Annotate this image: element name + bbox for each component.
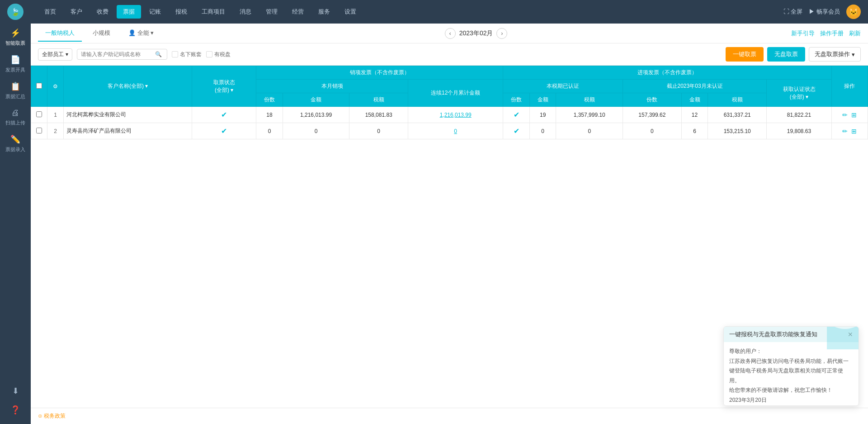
nav-manage[interactable]: 管理 [259,5,284,19]
edit-icon[interactable]: ✏ [842,128,848,135]
edit-icon[interactable]: ✏ [842,111,848,119]
nav-operation[interactable]: 经营 [286,5,310,19]
row-customer: 灵寿县尚泽矿产品有限公司 [64,123,192,139]
sidebar-bottom: ⬇ ❓ [0,382,31,424]
row-sales-amount: 1,216,013.99 [283,107,349,123]
row-until-amount: 153,215.10 [708,123,767,139]
row-checkbox-1[interactable] [36,128,42,133]
manual-button[interactable]: 操作手册 [820,29,844,38]
row-sales-count: 0 [256,123,283,139]
row-fetch-status: ✔ [192,107,256,123]
tax-policy-link[interactable]: ⊙ 税务政策 [38,412,66,420]
row-sales-12m: 0 [408,123,503,139]
row-checkbox-0[interactable] [36,111,42,117]
sidebar-help[interactable]: ❓ [0,401,31,419]
lightning-icon: ⚡ [10,28,20,38]
table-row: 2 灵寿县尚泽矿产品有限公司 ✔ 0 0 0 0 ✔ 0 0 0 6 153,2… [31,123,868,139]
tax-disk-checkbox[interactable]: 有税盘 [206,51,231,58]
sidebar-logo[interactable]: 🍃 [0,0,31,24]
filter-icon[interactable]: ▾ [231,87,233,93]
fullscreen-button[interactable]: ⛶ 全屏 [783,8,803,16]
sidebar: 🍃 ⚡ 智能取票 📄 发票开具 📋 票据汇总 🖨 扫描上传 ✏️ 票据录入 ⬇ … [0,0,31,424]
settings-icon[interactable]: ⚙ [53,83,58,90]
account-checkbox[interactable]: 名下账套 [172,51,202,58]
row-sales-tax: 0 [349,123,408,139]
month-nav: ‹ 2023年02月 › [445,28,508,39]
refresh-button[interactable]: 刷新 [849,29,861,38]
nav-settings[interactable]: 设置 [338,5,363,19]
sidebar-download[interactable]: ⬇ [0,382,31,400]
nav-bookkeeping[interactable]: 记账 [143,5,167,19]
filter-icon[interactable]: ▾ [145,83,148,89]
nav-customer[interactable]: 客户 [64,5,89,19]
tab-general[interactable]: 一般纳税人 [38,25,82,42]
chevron-down-icon: ▾ [66,51,68,57]
user-avatar[interactable]: 🐱 [846,5,861,19]
row-input-tax: 157,399.62 [623,107,682,123]
checkbox-box-tax[interactable] [206,51,212,57]
sales-12m-link[interactable]: 1,216,013.99 [440,112,472,118]
row-cert-status: ✔ [503,123,530,139]
nav-message[interactable]: 消息 [233,5,258,19]
copy-icon[interactable]: ⊞ [851,111,857,119]
sidebar-item-invoice-summary[interactable]: 📋 票据汇总 [0,77,31,104]
row-input-amount: 0 [556,123,623,139]
nav-service[interactable]: 服务 [312,5,336,19]
one-key-fetch-button[interactable]: 一键取票 [726,47,764,62]
sidebar-item-smart-fetch[interactable]: ⚡ 智能取票 [0,24,31,50]
row-until-tax: 19,808.63 [767,123,832,139]
sales-12m-link[interactable]: 0 [454,128,457,134]
th-fetch-status: 取票状态(全部) ▾ [192,66,256,107]
row-sales-count: 18 [256,107,283,123]
printer-icon: 🖨 [11,108,19,118]
svg-text:🍃: 🍃 [11,7,20,17]
th-input-count: 份数 [503,93,530,107]
tabs-bar: 一般纳税人 小规模 👤 全能 ▾ ‹ 2023年02月 › 新手引导 操作手册 … [31,24,868,43]
th-until-amount: 金额 [681,93,708,107]
search-input[interactable] [81,51,153,57]
sidebar-item-scan-upload[interactable]: 🖨 扫描上传 [0,104,31,130]
chevron-down-icon: ▾ [852,51,855,58]
th-sales-count: 份数 [256,93,283,107]
row-fetch-status: ✔ [192,123,256,139]
document-icon: 📄 [10,55,20,65]
tab-all[interactable]: 👤 全能 ▾ [121,25,161,42]
filter-buttons: 一键取票 无盘取票 无盘取票操作 ▾ [726,47,861,62]
nav-tax[interactable]: 报税 [169,5,193,19]
th-cert-status: 获取认证状态(全部) ▾ [767,80,832,107]
th-sales-tax: 税额 [349,93,408,107]
nav-invoice[interactable]: 票据 [117,5,141,19]
nav-home[interactable]: 首页 [38,5,62,19]
checkbox-box-account[interactable] [172,51,178,57]
popup-header: 一键报税与无盘取票功能恢复通知 ✕ [724,327,859,342]
prev-month-button[interactable]: ‹ [445,28,456,39]
nav-receipts[interactable]: 收费 [90,5,115,19]
row-input-count: 0 [529,123,556,139]
copy-icon[interactable]: ⊞ [851,128,857,135]
notification-popup: 一键报税与无盘取票功能恢复通知 ✕ 尊敬的用户：江苏政务网已恢复访问电子税务局功… [723,326,859,406]
popup-close-button[interactable]: ✕ [848,331,853,338]
current-month: 2023年02月 [459,29,493,38]
row-input-count: 19 [529,107,556,123]
new-guide-button[interactable]: 新手引导 [791,29,815,38]
member-button[interactable]: ▶ 畅享会员 [809,8,840,16]
th-sales-invoices: 销项发票（不含作废票） [256,66,503,80]
no-disk-ops-button[interactable]: 无盘取票操作 ▾ [809,47,861,62]
nav-business[interactable]: 工商项目 [195,5,231,19]
topnav: 首页 客户 收费 票据 记账 报税 工商项目 消息 管理 经营 服务 设置 ⛶ … [31,0,868,24]
select-all-checkbox[interactable] [36,83,42,89]
row-num: 1 [47,107,64,123]
row-input-tax: 0 [623,123,682,139]
row-sales-amount: 0 [283,123,349,139]
no-disk-fetch-button[interactable]: 无盘取票 [767,47,805,62]
search-icon[interactable]: 🔍 [155,51,162,57]
th-until-count: 份数 [623,93,682,107]
next-month-button[interactable]: › [496,28,507,39]
employee-select[interactable]: 全部员工 ▾ [38,48,72,61]
bottom-bar: ⊙ 税务政策 [31,408,868,424]
filter-icon[interactable]: ▾ [806,94,808,100]
tab-small[interactable]: 小规模 [85,25,118,42]
sidebar-item-issue-invoice[interactable]: 📄 发票开具 [0,50,31,77]
row-until-count: 6 [681,123,708,139]
sidebar-item-data-entry[interactable]: ✏️ 票据录入 [0,130,31,157]
